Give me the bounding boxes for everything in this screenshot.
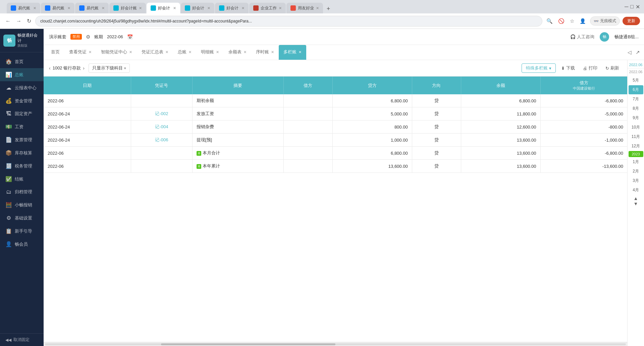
block-icon-button[interactable]: 🚫 bbox=[557, 17, 566, 26]
sidebar-item-fixed-assets[interactable]: 🏗 固定资产 bbox=[0, 107, 44, 120]
voucher-link-4[interactable]: 记-006 bbox=[155, 137, 168, 142]
sidebar-item-report-center[interactable]: ☁ 云报表中心 bbox=[0, 81, 44, 94]
no-trace-button[interactable]: 👓 无痕模式 bbox=[590, 16, 620, 26]
tab-balance-table[interactable]: 余额表 ✕ bbox=[224, 45, 251, 60]
month-item-12[interactable]: 12月 bbox=[629, 142, 643, 151]
tab-sequence-ledger-close[interactable]: ✕ bbox=[271, 50, 274, 54]
month-item-4[interactable]: 4月 bbox=[629, 186, 643, 195]
tab-close-3[interactable]: ✕ bbox=[102, 6, 105, 10]
month-item-3[interactable]: 3月 bbox=[629, 176, 643, 185]
month-item-10[interactable]: 10月 bbox=[629, 123, 643, 132]
browser-tab-1[interactable]: 易代账 ✕ bbox=[7, 3, 40, 13]
month-item-11[interactable]: 11月 bbox=[629, 132, 643, 141]
new-tab-button[interactable]: + bbox=[324, 4, 333, 13]
tab-close-2[interactable]: ✕ bbox=[67, 6, 70, 10]
tab-close-5[interactable]: ✕ bbox=[173, 6, 176, 10]
voucher-link-3[interactable]: 记-004 bbox=[155, 124, 168, 129]
sidebar-item-archive[interactable]: 🗂 归档管理 bbox=[0, 186, 44, 198]
forward-button[interactable]: → bbox=[15, 17, 23, 26]
multi-col-button[interactable]: 特殊多栏账 ▾ bbox=[522, 63, 556, 73]
user-avatar: 畅 bbox=[600, 32, 609, 42]
month-item-1[interactable]: 1月 bbox=[629, 157, 643, 166]
profile-icon-button[interactable]: 👤 bbox=[578, 17, 587, 26]
browser-tab-8[interactable]: 企业工作 ✕ bbox=[249, 3, 286, 13]
tab-sequence-ledger[interactable]: 序时账 ✕ bbox=[251, 45, 279, 60]
consultant-button[interactable]: 🎧 人工咨询 bbox=[570, 34, 594, 40]
browser-tab-2[interactable]: 易代账 ✕ bbox=[41, 3, 74, 13]
sidebar-item-home[interactable]: 🏠 首页 bbox=[0, 55, 44, 68]
tab-close-4[interactable]: ✕ bbox=[139, 6, 142, 10]
sidebar-item-salary[interactable]: 💵 工资 bbox=[0, 120, 44, 133]
tab-smart-voucher[interactable]: 智能凭证中心 ✕ bbox=[96, 45, 137, 60]
sidebar-item-invoice[interactable]: 📄 发票管理 bbox=[0, 133, 44, 146]
sidebar-item-guide[interactable]: 📋 新手引导 bbox=[0, 225, 44, 238]
month-item-5[interactable]: 5月 bbox=[629, 76, 643, 85]
tab-view-voucher[interactable]: 查看凭证 ✕ bbox=[64, 45, 96, 60]
month-item-2[interactable]: 2月 bbox=[629, 167, 643, 176]
tab-collapse-button[interactable]: ◁ bbox=[626, 48, 633, 57]
sidebar-item-general-ledger[interactable]: 📊 总账 bbox=[0, 68, 44, 81]
tab-close-8[interactable]: ✕ bbox=[279, 6, 282, 10]
tab-multi-col-ledger-close[interactable]: ✕ bbox=[299, 50, 302, 54]
sidebar-item-label-archive: 归档管理 bbox=[15, 189, 32, 195]
browser-tab-9[interactable]: 用友好业 ✕ bbox=[286, 3, 323, 13]
panel-up-button[interactable]: ▲ bbox=[634, 196, 638, 201]
minimize-button[interactable]: ─ bbox=[625, 4, 628, 10]
tab-close-1[interactable]: ✕ bbox=[33, 6, 36, 10]
account-status-badge[interactable]: 禁用 bbox=[70, 34, 82, 40]
browser-tab-5[interactable]: 好会计 ✕ bbox=[147, 3, 180, 13]
voucher-link-2[interactable]: 记-002 bbox=[155, 111, 168, 116]
tab-voucher-summary-close[interactable]: ✕ bbox=[165, 50, 168, 54]
tab-close-9[interactable]: ✕ bbox=[316, 6, 319, 10]
panel-down-button[interactable]: ▼ bbox=[634, 201, 638, 206]
top-bar-right: 🎧 人工咨询 畅 畅捷通B组... bbox=[570, 32, 639, 42]
tab-close-6[interactable]: ✕ bbox=[207, 6, 210, 10]
address-input[interactable] bbox=[35, 16, 542, 27]
tab-detail-ledger-close[interactable]: ✕ bbox=[216, 50, 219, 54]
print-label: 打印 bbox=[589, 65, 597, 71]
browser-tab-6[interactable]: 好会计 ✕ bbox=[181, 3, 214, 13]
sidebar-item-settings[interactable]: ⚙ 基础设置 bbox=[0, 211, 44, 225]
back-button[interactable]: ← bbox=[4, 17, 12, 26]
next-account-button[interactable]: › bbox=[83, 65, 85, 71]
tab-home[interactable]: 首页 bbox=[46, 45, 64, 60]
tab-close-7[interactable]: ✕ bbox=[241, 6, 245, 10]
sidebar-item-tax[interactable]: 🧾 税务管理 bbox=[0, 159, 44, 172]
sidebar-item-membership[interactable]: 👤 畅会员 bbox=[0, 238, 44, 251]
sidebar-item-expense[interactable]: 🧮 小畅报销 bbox=[0, 198, 44, 211]
settings-gear-button[interactable]: ⚙ bbox=[86, 34, 90, 40]
print-button[interactable]: 🖨 打印 bbox=[580, 64, 600, 72]
calendar-button[interactable]: 📅 bbox=[127, 34, 133, 40]
search-icon-button[interactable]: 🔍 bbox=[545, 17, 554, 26]
sidebar-item-fund-mgmt[interactable]: 💰 资金管理 bbox=[0, 94, 44, 107]
star-icon-button[interactable]: ☆ bbox=[569, 17, 576, 26]
horizontal-scrollbar[interactable] bbox=[44, 342, 627, 346]
month-item-6[interactable]: 6月 bbox=[629, 85, 643, 94]
filter-select[interactable]: 只显示下级科目 ▾ bbox=[89, 63, 130, 73]
tab-multi-col-ledger[interactable]: 多栏账 ✕ bbox=[279, 45, 306, 60]
sidebar-item-inventory[interactable]: 📦 库存核算 bbox=[0, 146, 44, 159]
browser-tab-7[interactable]: 好会计 ✕ bbox=[215, 3, 249, 13]
tab-detail-ledger[interactable]: 明细账 ✕ bbox=[196, 45, 224, 60]
tab-smart-voucher-close[interactable]: ✕ bbox=[129, 50, 132, 54]
tab-voucher-summary[interactable]: 凭证汇总表 ✕ bbox=[137, 45, 173, 60]
close-window-button[interactable]: ✕ bbox=[636, 4, 640, 10]
tab-view-voucher-close[interactable]: ✕ bbox=[89, 50, 92, 54]
maximize-button[interactable]: □ bbox=[630, 4, 634, 10]
tab-general-ledger-close[interactable]: ✕ bbox=[189, 50, 192, 54]
sidebar-item-settlement[interactable]: ✅ 结账 bbox=[0, 172, 44, 186]
refresh-button[interactable]: ↻ 刷新 bbox=[603, 64, 622, 72]
browser-tab-3[interactable]: 易代账 ✕ bbox=[75, 3, 109, 13]
tab-balance-table-close[interactable]: ✕ bbox=[244, 50, 247, 54]
tab-general-ledger[interactable]: 总账 ✕ bbox=[173, 45, 196, 60]
sidebar-pin-button[interactable]: ◀◀ 取消固定 bbox=[5, 337, 38, 343]
tab-expand-button[interactable]: ↗ bbox=[634, 48, 641, 57]
month-item-8[interactable]: 8月 bbox=[629, 104, 643, 113]
reload-button[interactable]: ↻ bbox=[25, 16, 33, 26]
browser-tab-4[interactable]: 好会计账 ✕ bbox=[109, 3, 146, 13]
month-item-7[interactable]: 7月 bbox=[629, 95, 643, 104]
update-button[interactable]: 更新 bbox=[623, 17, 640, 25]
download-button[interactable]: ⬇ 下载 bbox=[558, 64, 578, 72]
month-item-9[interactable]: 9月 bbox=[629, 113, 643, 122]
prev-account-button[interactable]: ‹ bbox=[49, 65, 51, 71]
